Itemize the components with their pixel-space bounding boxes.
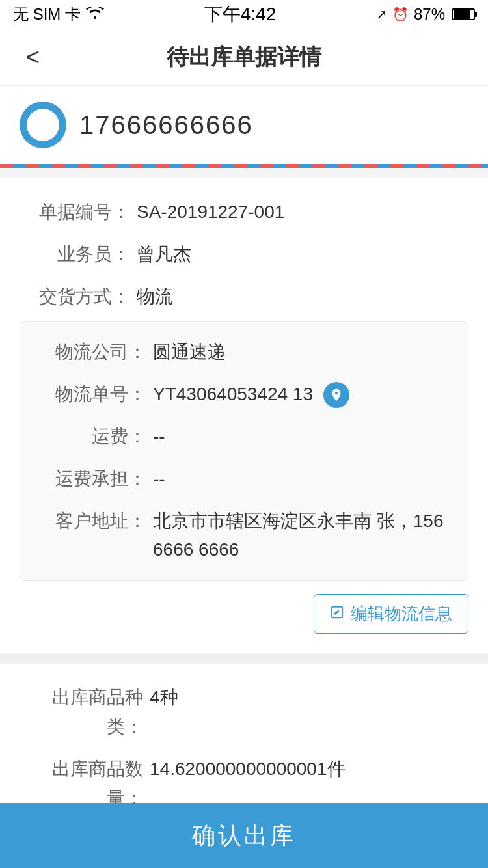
section-divider-1 <box>0 653 488 664</box>
time-text: 下午4:42 <box>204 2 277 27</box>
page-title: 待出库单据详情 <box>167 42 321 72</box>
edit-logistics-button[interactable]: 编辑物流信息 <box>314 594 468 634</box>
logistics-tracking-value: YT43064053424 13 <box>153 380 452 409</box>
location-icon: ↗ <box>376 7 387 22</box>
nav-bar: < 待出库单据详情 <box>0 29 488 86</box>
battery-text: 87% <box>414 5 445 23</box>
logistics-tracking-label: 物流单号： <box>36 380 153 409</box>
wifi-icon <box>86 5 104 23</box>
edit-logistics-label: 编辑物流信息 <box>351 603 452 625</box>
confirm-outbound-label: 确认出库 <box>192 820 296 852</box>
logistics-company-label: 物流公司： <box>36 338 153 367</box>
address-value: 北京市市辖区海淀区永丰南 张，156 6666 6666 <box>153 507 452 565</box>
goods-type-value: 4种 <box>150 683 468 712</box>
tracking-number: YT43064053424 13 <box>153 380 313 409</box>
freight-bearer-label: 运费承担： <box>36 465 153 494</box>
carrier-text: 无 SIM 卡 <box>13 4 81 25</box>
delivery-label: 交货方式： <box>20 282 137 312</box>
order-no-value: SA-20191227-001 <box>137 198 468 227</box>
svg-point-1 <box>33 128 53 139</box>
status-bar: 无 SIM 卡 下午4:42 ↗ ⏰ 87% <box>0 0 488 29</box>
order-info-section: 单据编号： SA-20191227-001 业务员： 曾凡杰 交货方式： 物流 … <box>0 178 488 653</box>
avatar <box>20 102 66 148</box>
goods-quantity-value: 14.620000000000001件 <box>150 755 468 784</box>
logistics-company-value: 圆通速递 <box>153 338 452 367</box>
salesperson-value: 曾凡杰 <box>137 240 468 269</box>
location-pin-button[interactable] <box>323 382 349 408</box>
customer-phone: 17666666666 <box>79 111 253 140</box>
logistics-box: 物流公司： 圆通速递 物流单号： YT43064053424 13 运费： -- <box>20 321 468 581</box>
goods-type-label: 出库商品种类： <box>20 683 150 742</box>
delivery-value: 物流 <box>137 282 468 312</box>
alarm-icon: ⏰ <box>392 7 409 22</box>
freight-bearer-value: -- <box>153 465 452 494</box>
order-no-label: 单据编号： <box>20 198 137 227</box>
battery-icon <box>452 8 475 20</box>
address-label: 客户地址： <box>36 507 153 536</box>
back-button[interactable]: < <box>20 37 46 77</box>
customer-header: 17666666666 <box>0 86 488 164</box>
freight-label: 运费： <box>36 422 153 452</box>
freight-value: -- <box>153 422 452 452</box>
salesperson-label: 业务员： <box>20 240 137 269</box>
edit-icon <box>330 605 344 623</box>
dashed-divider <box>0 164 488 168</box>
svg-point-0 <box>37 115 49 126</box>
confirm-outbound-button[interactable]: 确认出库 <box>0 803 488 868</box>
